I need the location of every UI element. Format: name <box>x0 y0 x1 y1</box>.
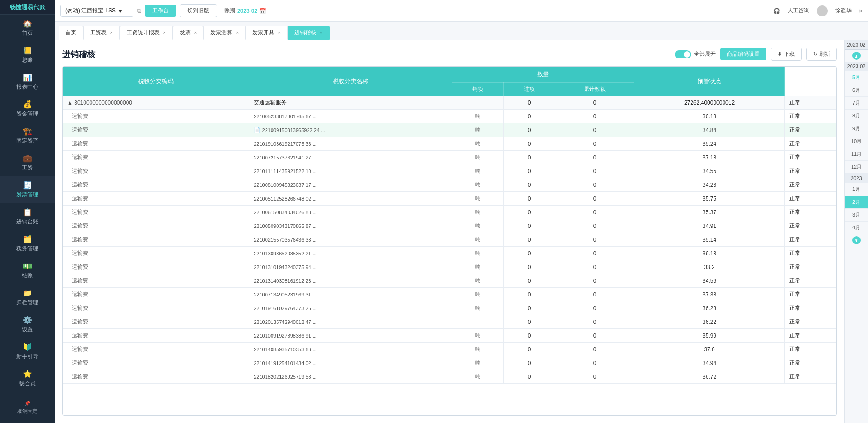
calendar-panel: 2023.02 ▲ 2023.02 5月 6月 7月 8月 9月 10月 11月… <box>844 40 868 423</box>
help-label[interactable]: 人工咨询 <box>788 7 809 15</box>
calendar-icon[interactable]: 📅 <box>259 8 266 14</box>
sidebar-item-assets[interactable]: 🏗️ 固定资产 <box>0 122 55 149</box>
xiao-cell: 0 <box>504 301 555 315</box>
cal-month-11[interactable]: 11月 <box>845 148 868 161</box>
cal-month-5[interactable]: 5月 <box>845 71 868 84</box>
cal-month-8[interactable]: 8月 <box>845 110 868 122</box>
settings-icon: ⚙️ <box>23 316 32 324</box>
tax-name-cell: 221020135742940012 47 ... <box>249 315 452 329</box>
copy-icon[interactable]: ⧉ <box>137 7 141 15</box>
status-cell: 正常 <box>785 370 836 384</box>
switch-version-button[interactable]: 切到旧版 <box>180 4 217 17</box>
jin-cell: 0 <box>555 219 634 233</box>
reports-icon: 📊 <box>23 73 32 82</box>
sidebar-item-member[interactable]: ⭐ 畅会员 <box>0 365 55 392</box>
sidebar-item-sales-ledger[interactable]: 📋 进销台账 <box>0 203 55 230</box>
app-logo: 畅捷通易代账 <box>0 0 55 15</box>
top-bar: (勿动) 江西报宝-LSS ▼ ⧉ 工作台 切到旧版 账期 2023-02 📅 … <box>55 0 868 22</box>
cum-cell: 35.75 <box>634 192 785 206</box>
cal-month-9[interactable]: 9月 <box>845 122 868 135</box>
xiao-cell: 0 <box>504 274 555 288</box>
tax-code-cell: 运输费 <box>63 192 249 206</box>
tag-cell: 吨 <box>452 178 504 192</box>
tab-invoice-issue[interactable]: 发票开具 × <box>245 26 288 40</box>
cum-cell: 36.13 <box>634 247 785 260</box>
tab-close-icon[interactable]: × <box>320 30 322 35</box>
sidebar-item-finance[interactable]: 💰 资金管理 <box>0 95 55 122</box>
xiao-cell: 0 <box>504 356 555 370</box>
download-button[interactable]: ⬇ 下载 <box>771 48 801 61</box>
cum-cell: 27262.40000000012 <box>634 96 785 110</box>
tab-close-icon[interactable]: × <box>194 30 197 35</box>
invoice-id: 221005233817801765 67 ... <box>254 114 317 119</box>
sidebar-item-home[interactable]: 🏠 首页 <box>0 15 55 42</box>
status-cell: 正常 <box>785 247 836 260</box>
sidebar-item-label: 发票管理 <box>16 191 38 199</box>
cum-cell: 35.37 <box>634 206 785 219</box>
tab-close-icon[interactable]: × <box>236 30 239 35</box>
xiao-cell: 0 <box>504 247 555 260</box>
status-cell: 正常 <box>785 206 836 219</box>
invoice-id: 221002155703576436 33 ... <box>254 237 317 243</box>
jin-cell: 0 <box>555 274 634 288</box>
tab-salary-report[interactable]: 工资统计报表 × <box>120 26 173 40</box>
tax-code-cell: 运输费 <box>63 110 249 123</box>
cal-month-4[interactable]: 4月 <box>845 222 868 234</box>
workbench-button[interactable]: 工作台 <box>145 5 176 17</box>
close-button[interactable]: × <box>859 7 863 15</box>
refresh-icon: ↻ <box>813 51 818 57</box>
cal-month-3[interactable]: 3月 <box>845 209 868 222</box>
sidebar-item-salary[interactable]: 💼 工资 <box>0 149 55 176</box>
sidebar-unpin[interactable]: 📌 取消固定 <box>0 396 55 419</box>
tab-close-icon[interactable]: × <box>110 30 112 35</box>
jin-cell: 0 <box>555 206 634 219</box>
cal-nav-down-button[interactable]: ▼ <box>852 236 861 244</box>
tag-cell: 吨 <box>452 343 504 356</box>
cal-nav-up-button[interactable]: ▲ <box>852 52 861 60</box>
archive-icon: 📁 <box>23 289 32 297</box>
tax-code-cell: 运输费 <box>63 260 249 274</box>
tab-close-icon[interactable]: × <box>277 30 280 35</box>
cal-month-6[interactable]: 6月 <box>845 84 868 97</box>
cum-cell: 36.72 <box>634 370 785 384</box>
tag-cell: 吨 <box>452 123 504 137</box>
sidebar-item-close-account[interactable]: 💵 结账 <box>0 257 55 284</box>
cum-cell: 36.23 <box>634 301 785 315</box>
tab-label: 工资统计报表 <box>127 29 160 36</box>
tab-sales-reconcile[interactable]: 进销稽核 × <box>288 26 330 40</box>
sidebar-item-reports[interactable]: 📊 报表中心 <box>0 69 55 95</box>
tab-close-icon[interactable]: × <box>163 30 165 35</box>
tab-invoice-calc[interactable]: 发票测算 × <box>203 26 245 40</box>
sidebar-item-ledger[interactable]: 📒 总账 <box>0 42 55 69</box>
tax-code-cell: 运输费 <box>63 151 249 164</box>
tab-invoice[interactable]: 发票 × <box>173 26 204 40</box>
unpin-icon: 📌 <box>24 401 31 407</box>
cal-month-2-current[interactable]: 2月 <box>845 196 868 209</box>
refresh-button[interactable]: ↻ 刷新 <box>806 48 837 61</box>
main-area: (勿动) 江西报宝-LSS ▼ ⧉ 工作台 切到旧版 账期 2023-02 📅 … <box>55 0 868 423</box>
toggle-expand[interactable]: 全部展开 <box>675 50 716 58</box>
company-selector[interactable]: (勿动) 江西报宝-LSS ▼ <box>60 5 133 17</box>
sidebar-item-settings[interactable]: ⚙️ 设置 <box>0 311 55 338</box>
tab-home[interactable]: 首页 <box>59 26 83 40</box>
sidebar-item-label: 首页 <box>22 29 33 37</box>
cal-month-10[interactable]: 10月 <box>845 135 868 148</box>
cal-month-7[interactable]: 7月 <box>845 97 868 110</box>
cal-month-1[interactable]: 1月 <box>845 183 868 196</box>
jin-cell: 0 <box>555 343 634 356</box>
invoice-id: 221013140308161912 23 ... <box>254 278 317 284</box>
col-status-header: 预警状态 <box>634 67 785 96</box>
cum-cell: 36.22 <box>634 315 785 329</box>
cal-month-12[interactable]: 12月 <box>845 161 868 174</box>
tab-salary-table[interactable]: 工资表 × <box>83 26 120 40</box>
sidebar-item-guide[interactable]: 🔰 新手引导 <box>0 338 55 365</box>
invoice-id: 221019103619217075 36 ... <box>254 141 317 147</box>
setting-button[interactable]: 商品编码设置 <box>720 48 766 60</box>
toggle-switch[interactable] <box>675 50 691 58</box>
status-cell: 正常 <box>785 260 836 274</box>
invoice-id: 221011111435921522 10 ... <box>254 169 317 174</box>
file-icon: 📄 <box>254 127 262 133</box>
sidebar-item-archive[interactable]: 📁 归档管理 <box>0 284 55 311</box>
sidebar-item-tax[interactable]: 🗂️ 税务管理 <box>0 230 55 257</box>
sidebar-item-invoice[interactable]: 🧾 发票管理 <box>0 176 55 203</box>
